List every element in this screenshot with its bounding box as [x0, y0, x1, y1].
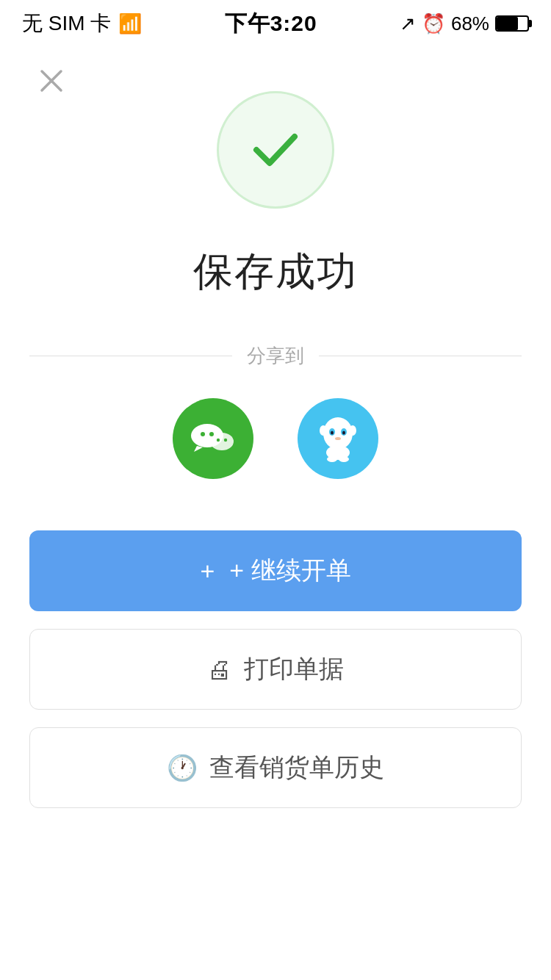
actions: + + 继续开单 🖨 打印单据 🕐 查看销货单历史 [0, 530, 551, 808]
close-icon [39, 68, 64, 93]
continue-button[interactable]: + + 继续开单 [29, 530, 522, 611]
print-label: 打印单据 [244, 652, 344, 686]
time-display: 下午3:20 [225, 9, 317, 39]
svg-point-12 [349, 425, 356, 436]
continue-icon: + [200, 557, 215, 586]
wechat-share-button[interactable] [173, 398, 253, 479]
status-left: 无 SIM 卡 📶 [22, 10, 142, 37]
svg-point-15 [331, 431, 334, 435]
carrier-text: 无 SIM 卡 [22, 10, 111, 37]
qq-icon [316, 414, 360, 463]
checkmark-icon [246, 120, 305, 179]
wifi-icon: 📶 [118, 12, 142, 35]
print-icon: 🖨 [207, 655, 232, 684]
success-title: 保存成功 [193, 245, 358, 299]
close-button[interactable] [29, 59, 73, 103]
wechat-icon [188, 418, 238, 459]
share-icons [29, 398, 522, 479]
svg-point-16 [342, 431, 345, 435]
divider-left [29, 356, 232, 356]
svg-point-17 [335, 437, 341, 440]
qq-share-button[interactable] [298, 398, 378, 479]
svg-point-11 [320, 425, 327, 436]
svg-point-8 [224, 439, 227, 442]
battery-bar [495, 15, 529, 32]
alarm-icon: ⏰ [422, 12, 445, 35]
status-right: ↗ ⏰ 68% [400, 12, 529, 35]
svg-point-18 [327, 456, 337, 462]
print-button[interactable]: 🖨 打印单据 [29, 629, 522, 710]
svg-point-7 [217, 439, 220, 442]
battery-percentage: 68% [451, 12, 489, 35]
svg-point-5 [201, 432, 205, 436]
history-label: 查看销货单历史 [209, 751, 384, 785]
main-content: 保存成功 分享到 [0, 47, 551, 808]
history-icon: 🕐 [167, 753, 198, 782]
location-icon: ↗ [400, 12, 416, 35]
svg-marker-4 [194, 446, 203, 452]
share-divider: 分享到 [29, 343, 522, 369]
share-label: 分享到 [247, 343, 304, 369]
history-button[interactable]: 🕐 查看销货单历史 [29, 727, 522, 808]
svg-point-3 [210, 433, 234, 450]
divider-right [319, 356, 522, 356]
success-circle [217, 91, 334, 209]
svg-point-19 [339, 456, 349, 462]
share-section: 分享到 [0, 343, 551, 479]
continue-label: + 继续开单 [229, 554, 350, 588]
svg-point-9 [323, 417, 353, 450]
battery-fill [497, 17, 518, 30]
status-bar: 无 SIM 卡 📶 下午3:20 ↗ ⏰ 68% [0, 0, 551, 47]
svg-point-6 [209, 432, 214, 436]
